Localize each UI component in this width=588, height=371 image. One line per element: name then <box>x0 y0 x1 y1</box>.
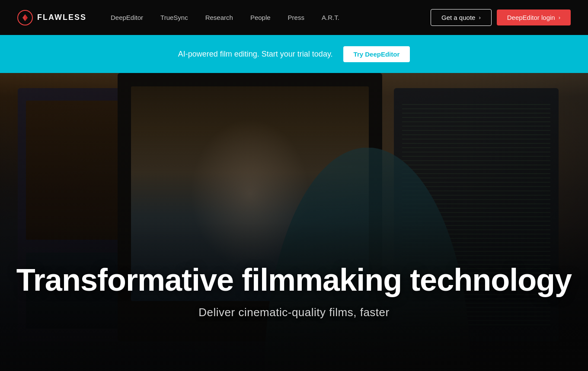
login-chevron-icon: › <box>559 14 560 21</box>
announcement-text: AI-powered film editing. Start your tria… <box>178 50 333 59</box>
hero-subtitle: Deliver cinematic-quality films, faster <box>0 306 588 319</box>
get-quote-button[interactable]: Get a quote › <box>431 9 492 26</box>
try-deepeditor-button[interactable]: Try DeepEditor <box>343 46 410 62</box>
login-label: DeepEditor login <box>507 14 555 21</box>
person-silhouette <box>265 148 470 371</box>
navbar-left: FLAWLESS DeepEditor TrueSync Research Pe… <box>17 10 346 25</box>
announcement-bar: AI-powered film editing. Start your tria… <box>0 35 588 73</box>
hero-content: Transformative filmmaking technology Del… <box>0 263 588 319</box>
hero-title: Transformative filmmaking technology <box>0 263 588 297</box>
nav-link-press[interactable]: Press <box>281 10 311 25</box>
shelf-glow <box>0 73 588 192</box>
logo[interactable]: FLAWLESS <box>17 10 86 25</box>
nav-link-deepeditor[interactable]: DeepEditor <box>104 10 150 25</box>
nav-link-people[interactable]: People <box>243 10 278 25</box>
nav-link-research[interactable]: Research <box>198 10 240 25</box>
navbar: FLAWLESS DeepEditor TrueSync Research Pe… <box>0 0 588 35</box>
hero-section: Transformative filmmaking technology Del… <box>0 73 588 371</box>
nav-link-truesync[interactable]: TrueSync <box>153 10 195 25</box>
hero-bg-canvas <box>0 73 588 371</box>
get-quote-label: Get a quote <box>441 14 475 21</box>
nav-link-art[interactable]: A.R.T. <box>315 10 346 25</box>
navbar-right: Get a quote › DeepEditor login › <box>431 9 571 26</box>
deepeditor-login-button[interactable]: DeepEditor login › <box>497 10 571 25</box>
nav-links: DeepEditor TrueSync Research People Pres… <box>104 10 346 25</box>
hero-background <box>0 73 588 371</box>
flawless-logo-icon <box>17 10 33 25</box>
get-quote-chevron-icon: › <box>479 14 480 21</box>
brand-name: FLAWLESS <box>37 13 86 22</box>
